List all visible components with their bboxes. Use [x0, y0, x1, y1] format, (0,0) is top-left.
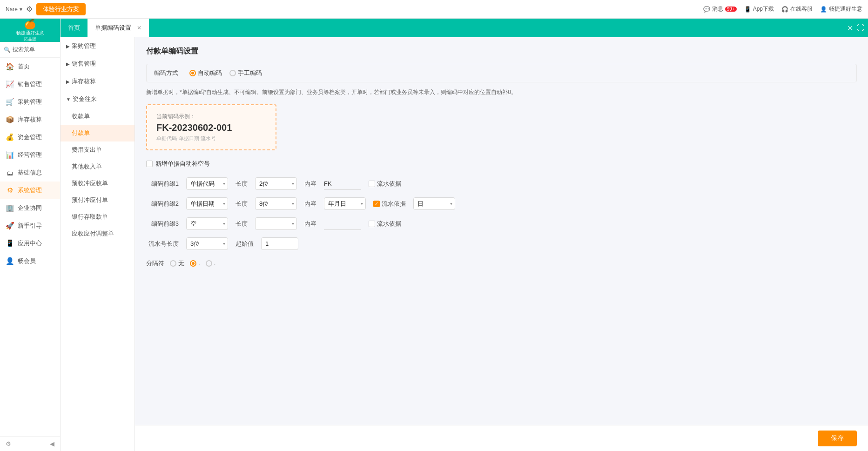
- sidebar-item-label: 畅会员: [18, 257, 36, 265]
- tab-code-setting-label: 单据编码设置: [95, 24, 131, 32]
- prefix2-select[interactable]: 单据日期: [186, 197, 228, 210]
- serial2-unit-select[interactable]: 日: [413, 197, 455, 210]
- sec-item-payment[interactable]: 付款单: [61, 125, 135, 141]
- sidebar-item-enterprise[interactable]: 🏢 企业协同: [0, 199, 60, 217]
- start-value-input[interactable]: [261, 237, 298, 250]
- length1-select-wrapper[interactable]: 2位: [255, 177, 297, 190]
- footer-settings-icon[interactable]: ⚙: [6, 440, 11, 447]
- sec-item-expense[interactable]: 费用支出单: [61, 141, 135, 158]
- gear-icon[interactable]: ⚙: [26, 5, 33, 13]
- sec-group-inventory-title[interactable]: ▶ 库存核算: [61, 73, 135, 90]
- content2-select-wrapper[interactable]: 年月日: [324, 197, 366, 210]
- sec-item-other-income[interactable]: 其他收入单: [61, 158, 135, 175]
- serial-length-select-wrapper[interactable]: 3位: [186, 237, 228, 250]
- auto-fill-label: 新增单据自动补空号: [155, 160, 210, 168]
- guide-icon: 🚀: [6, 222, 14, 230]
- sec-item-prepaid-pay[interactable]: 预付冲应付单: [61, 192, 135, 209]
- prefix1-select-wrapper[interactable]: 单据代码: [186, 177, 228, 190]
- manual-code-radio[interactable]: 手工编码: [229, 69, 262, 77]
- sidebar-item-basic[interactable]: 🗂 基础信息: [0, 164, 60, 182]
- sidebar-item-purchase[interactable]: 🛒 采购管理: [0, 93, 60, 111]
- online-service-item[interactable]: 🎧 在线客服: [781, 5, 813, 13]
- tab-home[interactable]: 首页: [61, 19, 87, 37]
- tabbar-close-button[interactable]: ✕: [847, 24, 853, 33]
- length3-select[interactable]: [255, 217, 297, 230]
- length3-select-wrapper[interactable]: [255, 217, 297, 230]
- encoding-radio-group: 自动编码 手工编码: [189, 69, 262, 77]
- sep-none-radio[interactable]: 无: [170, 259, 184, 268]
- app-download-label: App下载: [753, 5, 774, 13]
- code-preview: 当前编码示例： FK-20230602-001 单据代码-单据日期-流水号: [146, 104, 276, 150]
- auto-code-radio[interactable]: 自动编码: [189, 69, 222, 77]
- sep-other-label: ·: [214, 260, 216, 267]
- member-icon: 👤: [6, 257, 14, 265]
- length2-select[interactable]: 8位: [255, 197, 297, 210]
- length1-label: 长度: [236, 180, 248, 188]
- serial2-unit-select-wrapper[interactable]: 日: [413, 197, 455, 210]
- separator-label: 分隔符: [146, 259, 164, 268]
- sep-dot-radio[interactable]: ·: [190, 260, 200, 267]
- prefix1-select[interactable]: 单据代码: [186, 177, 228, 190]
- arrow-down-icon: ▼: [66, 97, 71, 102]
- page-content: 付款单编码设置 编码方式 自动编码 手工编码: [135, 37, 868, 425]
- length3-label: 长度: [236, 220, 248, 228]
- sec-item-receipt[interactable]: 收款单: [61, 108, 135, 125]
- sidebar-item-inventory[interactable]: 📦 库存核算: [0, 111, 60, 128]
- sec-group-sales-title[interactable]: ▶ 销售管理: [61, 55, 135, 73]
- serial3-checkbox[interactable]: 流水依据: [369, 220, 401, 228]
- sec-item-ap-adjust[interactable]: 应收应付调整单: [61, 225, 135, 242]
- sec-group-capital-title[interactable]: ▼ 资金往来: [61, 90, 135, 108]
- sidebar-item-system[interactable]: ⚙ 系统管理: [0, 182, 60, 199]
- sec-item-bank-deposit[interactable]: 银行存取款单: [61, 209, 135, 225]
- sep-dot-label: ·: [198, 260, 200, 267]
- length2-select-wrapper[interactable]: 8位: [255, 197, 297, 210]
- system-icon: ⚙: [6, 186, 14, 195]
- save-button[interactable]: 保存: [818, 431, 857, 446]
- sidebar-item-home[interactable]: 🏠 首页: [0, 58, 60, 75]
- prefix3-select-wrapper[interactable]: 空: [186, 217, 228, 230]
- sep-dot-radio-dot: [190, 260, 196, 267]
- tabbar-expand-button[interactable]: ⛶: [857, 24, 864, 32]
- arrow-right-icon3: ▶: [66, 79, 70, 84]
- sidebar-item-member[interactable]: 👤 畅会员: [0, 252, 60, 270]
- prefix3-select[interactable]: 空: [186, 217, 228, 230]
- footer-collapse-icon[interactable]: ◀: [50, 440, 54, 447]
- topbar-dropdown[interactable]: Nare ▾: [6, 6, 22, 13]
- sec-item-prepaid-ar[interactable]: 预收冲应收单: [61, 175, 135, 192]
- sidebar-item-label: 新手引导: [18, 222, 42, 230]
- auto-fill-checkbox[interactable]: [146, 161, 153, 167]
- auto-code-radio-dot: [189, 70, 196, 76]
- prefix1-row: 编码前缀1 单据代码 长度 2位: [146, 177, 857, 190]
- message-item[interactable]: 💬 消息 99+: [703, 5, 737, 13]
- start-value-label: 起始值: [236, 240, 254, 248]
- sidebar-item-sales[interactable]: 📈 销售管理: [0, 75, 60, 93]
- tab-code-setting[interactable]: 单据编码设置 ✕: [87, 19, 149, 37]
- sidebar-item-label: 应用中心: [18, 239, 42, 248]
- sidebar-item-finance[interactable]: 💰 资金管理: [0, 128, 60, 146]
- sidebar-item-label: 库存核算: [18, 115, 42, 124]
- sidebar-item-operation[interactable]: 📊 经营管理: [0, 146, 60, 164]
- trial-button[interactable]: 体验行业方案: [36, 3, 86, 15]
- serial1-checkbox[interactable]: 流水依据: [369, 180, 401, 188]
- sidebar-search[interactable]: 🔍 搜索菜单: [0, 42, 60, 58]
- logo-text: 畅捷通好生意: [16, 30, 44, 36]
- operation-icon: 📊: [6, 151, 14, 159]
- length1-select[interactable]: 2位: [255, 177, 297, 190]
- user-item[interactable]: 👤 畅捷通好生意: [820, 5, 862, 13]
- app-download-item[interactable]: 📱 App下载: [744, 5, 774, 13]
- search-label: 搜索菜单: [13, 46, 35, 54]
- sec-group-purchase-title[interactable]: ▶ 采购管理: [61, 37, 135, 55]
- serial2-checkbox[interactable]: ✓ 流水依据: [373, 200, 406, 208]
- sep-other-radio[interactable]: ·: [206, 260, 216, 267]
- inventory-icon: 📦: [6, 115, 14, 124]
- serial-length-select[interactable]: 3位: [186, 237, 228, 250]
- sidebar-item-app-center[interactable]: 📱 应用中心: [0, 235, 60, 252]
- content2-select[interactable]: 年月日: [324, 197, 366, 210]
- sidebar-item-label: 系统管理: [18, 186, 42, 195]
- tab-close-icon[interactable]: ✕: [137, 25, 141, 31]
- enterprise-icon: 🏢: [6, 204, 14, 212]
- sep-none-label: 无: [178, 259, 184, 268]
- sidebar-item-guide[interactable]: 🚀 新手引导: [0, 217, 60, 235]
- prefix3-row: 编码前缀3 空 长度: [146, 217, 857, 230]
- prefix2-select-wrapper[interactable]: 单据日期: [186, 197, 228, 210]
